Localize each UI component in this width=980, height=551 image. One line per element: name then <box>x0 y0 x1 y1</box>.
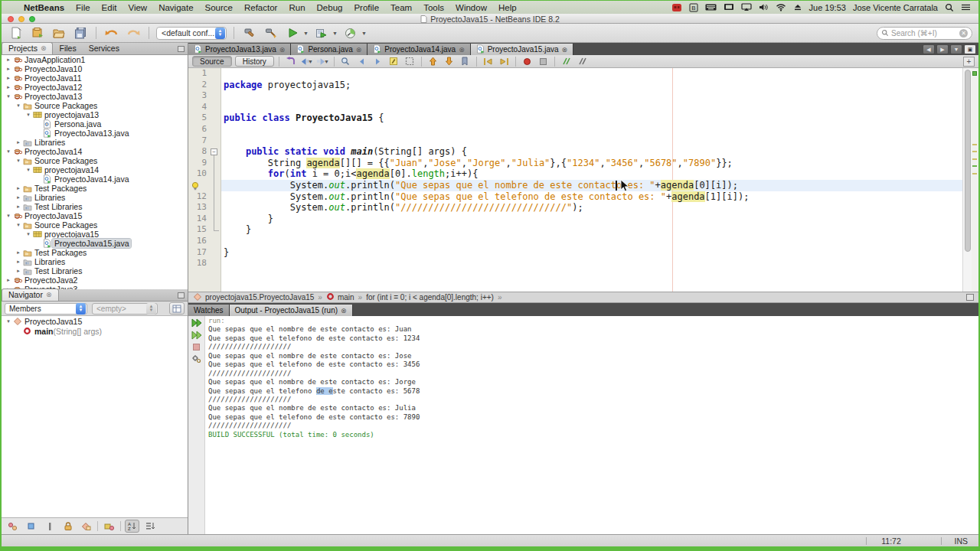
code-line[interactable] <box>221 236 962 247</box>
shift-left-icon[interactable] <box>482 56 495 67</box>
build-project-button[interactable] <box>241 25 258 41</box>
previous-bookmark-icon[interactable] <box>426 56 439 67</box>
boot-camp-icon[interactable]: B <box>689 3 698 12</box>
output-panel[interactable]: run:Que sepas que el nombre de este cont… <box>188 316 978 534</box>
volume-icon[interactable] <box>759 3 769 11</box>
code-line[interactable]: } <box>221 214 962 225</box>
search-clear-icon[interactable]: ✕ <box>959 29 968 37</box>
show-fields-icon[interactable] <box>24 520 38 533</box>
debug-dropdown-arrow[interactable]: ▼ <box>332 31 338 36</box>
tree-item[interactable]: ▸ProyectoJava2 <box>2 276 188 285</box>
close-tab-icon[interactable]: ⊗ <box>562 46 568 54</box>
menu-item-navigate[interactable]: Navigate <box>158 3 193 12</box>
output-tab[interactable]: Watches <box>188 305 230 316</box>
code-line[interactable]: System.out.println("////////////////////… <box>221 202 962 214</box>
breadcrumb-item[interactable]: for (int i = 0; i < agenda[0].length; i+… <box>366 293 494 302</box>
collapsed-arrow-icon[interactable]: ▸ <box>15 139 22 145</box>
menu-item-window[interactable]: Window <box>456 3 487 12</box>
forward-icon[interactable]: ▼ <box>316 56 329 67</box>
scrollbar-thumb[interactable] <box>965 70 971 252</box>
close-tab-icon[interactable]: ⊗ <box>279 46 286 54</box>
redo-button[interactable] <box>125 25 142 41</box>
find-next-icon[interactable] <box>371 56 384 67</box>
profile-dropdown-arrow[interactable]: ▼ <box>361 31 367 36</box>
menu-item-edit[interactable]: Edit <box>102 3 117 12</box>
tree-item[interactable]: ▸Libraries <box>2 193 188 202</box>
menubar-clock[interactable]: Jue 19:53 <box>809 3 846 12</box>
tree-item[interactable]: ▸Test Libraries <box>2 202 188 211</box>
tree-item[interactable]: ProyectoJava13.java <box>2 129 188 138</box>
wifi-icon[interactable] <box>776 3 786 11</box>
occurrence-mark[interactable] <box>972 151 977 152</box>
tree-item[interactable]: ▸ProyectoJava10 <box>2 64 188 73</box>
insert-mode-status[interactable]: INS <box>954 536 968 546</box>
code-line[interactable]: package proyectojava15; <box>221 80 962 91</box>
collapsed-arrow-icon[interactable]: ▸ <box>5 75 12 81</box>
output-tab[interactable]: Output - ProyectoJava15 (run)⊗ <box>230 305 353 316</box>
tree-item[interactable]: ▸ProyectoJava11 <box>2 73 188 83</box>
collapsed-arrow-icon[interactable]: ▸ <box>15 259 22 265</box>
collapsed-arrow-icon[interactable]: ▸ <box>5 57 12 63</box>
code-lines[interactable]: package proyectojava15;public class Proy… <box>221 68 962 292</box>
expanded-arrow-icon[interactable]: ▾ <box>24 112 32 118</box>
caret-position-status[interactable]: 11:72 <box>868 536 914 546</box>
expanded-arrow-icon[interactable]: ▾ <box>5 318 12 324</box>
last-edit-icon[interactable] <box>284 56 297 67</box>
show-static-icon[interactable] <box>42 520 57 533</box>
show-non-public-icon[interactable] <box>60 520 75 533</box>
editor-tab-proyectojava15.java[interactable]: ProyectoJava15.java⊗ <box>471 44 573 55</box>
tree-item[interactable]: ▾Source Packages <box>2 220 188 230</box>
tree-item[interactable]: ▾ProyectoJava14 <box>2 147 188 156</box>
tree-item[interactable]: ▸Test Packages <box>2 248 188 257</box>
code-line[interactable] <box>221 124 962 135</box>
close-icon[interactable]: ⊗ <box>41 44 47 52</box>
spotlight-icon[interactable] <box>945 3 954 12</box>
expanded-arrow-icon[interactable]: ▾ <box>5 148 12 155</box>
menu-item-help[interactable]: Help <box>498 3 517 12</box>
editor-tab-proyectojava13.java[interactable]: ProyectoJava13.java⊗ <box>188 44 291 55</box>
project-config-select[interactable]: <default conf... ▲▼ <box>156 27 227 40</box>
run-project-button[interactable] <box>284 25 301 41</box>
tree-item[interactable]: ProyectoJava14.java <box>2 174 188 184</box>
split-document-icon[interactable]: + <box>963 57 975 67</box>
expanded-arrow-icon[interactable]: ▾ <box>24 167 32 173</box>
menu-item-refactor[interactable]: Refactor <box>244 3 277 12</box>
menu-item-view[interactable]: View <box>128 3 147 12</box>
code-line[interactable]: public class ProyectoJava15 { <box>221 112 962 124</box>
menu-item-tools[interactable]: Tools <box>423 3 444 12</box>
caret-mark[interactable] <box>972 165 977 167</box>
collapsed-arrow-icon[interactable]: ▸ <box>15 268 22 274</box>
occurrence-mark[interactable] <box>972 144 977 145</box>
menubar-user[interactable]: Jose Vicente Carratala <box>853 3 938 12</box>
scroll-tabs-right-icon[interactable]: ▶ <box>936 44 949 54</box>
run-dropdown-arrow[interactable]: ▼ <box>303 31 309 36</box>
profile-project-button[interactable] <box>342 25 359 41</box>
hint-bulb-icon[interactable] <box>191 181 200 191</box>
rerun-icon[interactable] <box>191 318 202 328</box>
editor-scrollbar[interactable] <box>962 68 972 292</box>
new-project-button[interactable] <box>29 25 46 41</box>
close-tab-icon[interactable]: ⊗ <box>356 46 362 54</box>
expanded-arrow-icon[interactable]: ▾ <box>15 158 22 164</box>
breadcrumb-maximize-icon[interactable] <box>966 294 974 301</box>
menu-item-file[interactable]: File <box>76 3 90 12</box>
comment-icon[interactable] <box>560 56 573 67</box>
collapsed-arrow-icon[interactable]: ▸ <box>15 204 22 210</box>
code-line[interactable]: System.out.println("Que sepas que el tel… <box>221 191 962 203</box>
navigator-sort-button[interactable] <box>169 302 185 315</box>
tree-item[interactable]: ▾proyectojava14 <box>2 165 188 174</box>
close-tab-icon[interactable]: ⊗ <box>341 307 347 315</box>
tree-item[interactable]: ▸Test Libraries <box>2 266 188 276</box>
shift-right-icon[interactable] <box>498 56 511 67</box>
collapsed-arrow-icon[interactable]: ▸ <box>5 277 12 283</box>
code-line[interactable]: System.out.println("Que sepas que el nom… <box>221 180 962 191</box>
window-titlebar[interactable]: ProyectoJava15 - NetBeans IDE 8.2 <box>2 14 978 24</box>
projects-tree[interactable]: ▸JavaApplication1▸ProyectoJava10▸Proyect… <box>2 55 188 289</box>
occurrence-mark[interactable] <box>972 173 977 174</box>
find-previous-icon[interactable] <box>355 56 368 67</box>
collapsed-arrow-icon[interactable]: ▸ <box>5 66 12 72</box>
breadcrumb-item[interactable]: proyectojava15.ProyectoJava15 <box>193 292 314 303</box>
tree-item[interactable]: Persona.java <box>2 119 188 129</box>
expanded-arrow-icon[interactable]: ▾ <box>5 213 12 219</box>
code-line[interactable]: for(int i = 0;i<agenda[0].length;i++){ <box>221 168 962 180</box>
